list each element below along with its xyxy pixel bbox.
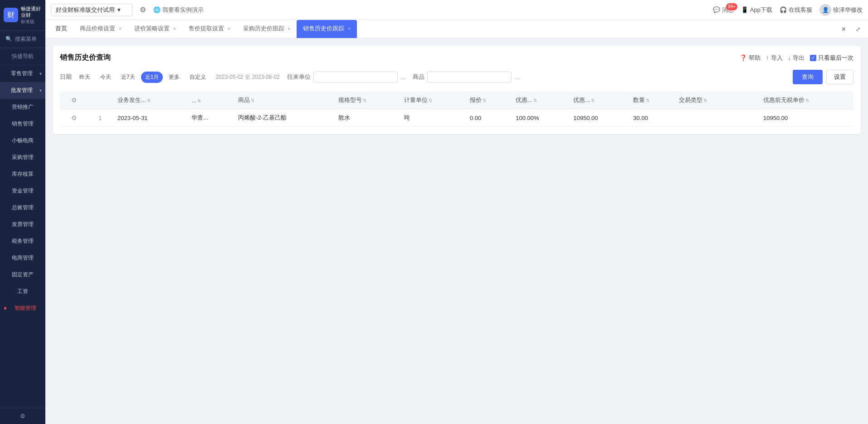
col-biz_date[interactable]: 业务发生...⇅ bbox=[112, 92, 186, 109]
checkbox-checked-icon: ✓ bbox=[810, 55, 816, 61]
sidebar-item-label: 批发管理 bbox=[4, 87, 39, 94]
version-selector[interactable]: 好业财标准版交付试用 ▾ bbox=[51, 4, 132, 16]
col-price[interactable]: 报价⇅ bbox=[464, 92, 510, 109]
sidebar-item-purchase[interactable]: 采购管理 bbox=[0, 149, 45, 166]
message-icon: 💬 bbox=[713, 6, 720, 13]
col-more[interactable]: ...⇅ bbox=[186, 92, 233, 109]
tab-product-price[interactable]: 商品价格设置× bbox=[73, 20, 128, 38]
help-button[interactable]: ❓ 帮助 bbox=[740, 54, 761, 62]
cell-biz_date: 2023-05-31 bbox=[112, 109, 186, 127]
sidebar-item-invoice[interactable]: 发票管理 bbox=[0, 216, 45, 233]
row-settings-icon[interactable]: ⚙ bbox=[71, 114, 77, 121]
user-menu[interactable]: 👤 徐泽华修改 bbox=[819, 4, 863, 16]
tab-list: 首页商品价格设置×进价策略设置×售价提取设置×采购历史价跟踪×销售历史价跟踪× bbox=[49, 20, 357, 38]
sidebar-item-smart[interactable]: ●智能管理 bbox=[0, 300, 45, 317]
sidebar-item-label: 资金管理 bbox=[4, 187, 42, 195]
date-option-last1m[interactable]: 近1月 bbox=[141, 72, 163, 83]
only-last-checkbox[interactable]: ✓ 只看最后一次 bbox=[810, 54, 853, 62]
sidebar-item-label: 小畅电商 bbox=[4, 137, 42, 145]
table-head: ⚙业务发生...⇅...⇅商品⇅规格型号⇅计量单位⇅报价⇅优惠...⇅优惠...… bbox=[60, 92, 853, 109]
date-option-today[interactable]: 今天 bbox=[96, 72, 115, 83]
tab-label: 首页 bbox=[55, 24, 67, 33]
date-options: 昨天今天近7天近1月更多自定义 bbox=[75, 72, 210, 83]
page-content: 销售历史价查询 ❓ 帮助 ↑ 导入 ↓ 导出 ✓ bbox=[45, 39, 868, 424]
sort-icon: ⇅ bbox=[703, 98, 707, 103]
sidebar-item-retail[interactable]: 零售管理▾ bbox=[0, 65, 45, 82]
query-button[interactable]: 查询 bbox=[793, 70, 823, 84]
product-input[interactable] bbox=[427, 72, 512, 83]
export-button[interactable]: ↓ 导出 bbox=[788, 54, 805, 62]
date-option-more[interactable]: 更多 bbox=[165, 72, 184, 83]
expand-tab-button[interactable]: ⤢ bbox=[852, 23, 864, 35]
product-picker-icon[interactable]: ... bbox=[514, 73, 520, 81]
date-option-yesterday[interactable]: 昨天 bbox=[75, 72, 94, 83]
sidebar-item-label: 工资 bbox=[4, 288, 42, 295]
table-settings-icon[interactable]: ⚙ bbox=[71, 96, 77, 104]
sidebar-item-ecommerce-small[interactable]: 小畅电商 bbox=[0, 132, 45, 149]
sidebar-quicknav[interactable]: 快捷导航 bbox=[0, 48, 45, 65]
app-download-button[interactable]: 📱 App下载 bbox=[741, 6, 772, 14]
tab-home[interactable]: 首页 bbox=[49, 20, 73, 38]
cell-spacer bbox=[740, 109, 758, 127]
messages-button[interactable]: 💬 消息 99+ bbox=[713, 6, 734, 14]
from-unit-picker-icon[interactable]: ... bbox=[400, 73, 406, 81]
from-unit-input[interactable] bbox=[313, 72, 398, 83]
page-header: 销售历史价查询 ❓ 帮助 ↑ 导入 ↓ 导出 ✓ bbox=[60, 53, 853, 63]
online-service-button[interactable]: 🎧 在线客服 bbox=[780, 6, 812, 14]
demo-link[interactable]: 🌐 我要看实例演示 bbox=[153, 6, 204, 14]
table-row: ⚙12023-05-31华查...丙烯酸-2-乙基己酯散水吨0.00100.00… bbox=[60, 109, 853, 127]
sidebar-item-account[interactable]: 总账管理 bbox=[0, 199, 45, 216]
cell-quantity: 30.00 bbox=[628, 109, 673, 127]
cell-gear: ⚙ bbox=[60, 109, 88, 127]
col-trade_type[interactable]: 交易类型⇅ bbox=[673, 92, 739, 109]
sidebar-item-tax[interactable]: 税务管理 bbox=[0, 233, 45, 250]
sidebar: 财 畅捷通好业财 标准版 🔍 搜索菜单 快捷导航 零售管理▾批发管理▾营销推广销… bbox=[0, 0, 45, 424]
sidebar-item-ecommerce[interactable]: 电商管理 bbox=[0, 250, 45, 266]
topbar-right: 💬 消息 99+ 📱 App下载 🎧 在线客服 👤 徐泽华修改 bbox=[713, 4, 863, 16]
sidebar-item-label: 总账管理 bbox=[4, 204, 42, 212]
col-quantity[interactable]: 数量⇅ bbox=[628, 92, 673, 109]
sidebar-item-sales[interactable]: 销售管理 bbox=[0, 116, 45, 132]
col-product[interactable]: 商品⇅ bbox=[233, 92, 333, 109]
sidebar-search[interactable]: 🔍 搜索菜单 bbox=[0, 31, 45, 48]
settings-button[interactable]: 设置 bbox=[826, 70, 853, 84]
sidebar-item-finance[interactable]: 资金管理 bbox=[0, 183, 45, 199]
tab-label: 售价提取设置 bbox=[189, 24, 224, 33]
tab-purchase-strategy[interactable]: 进价策略设置× bbox=[128, 20, 182, 38]
topbar-settings-icon[interactable]: ⚙ bbox=[138, 4, 148, 16]
tab-close-icon[interactable]: × bbox=[119, 26, 122, 31]
col-spec[interactable]: 规格型号⇅ bbox=[333, 92, 399, 109]
date-option-last7[interactable]: 近7天 bbox=[117, 72, 139, 83]
col-discount_pct[interactable]: 优惠...⇅ bbox=[510, 92, 568, 109]
tab-close-icon[interactable]: × bbox=[228, 26, 230, 31]
date-filter-group: 日期 昨天今天近7天近1月更多自定义 2023-05-02 至 2023-06-… bbox=[60, 72, 280, 83]
sort-icon: ⇅ bbox=[147, 98, 151, 103]
tab-purchase-history[interactable]: 采购历史价跟踪× bbox=[237, 20, 297, 38]
tab-label: 进价策略设置 bbox=[134, 24, 170, 33]
avatar: 👤 bbox=[819, 4, 831, 16]
tab-sales-history[interactable]: 销售历史价跟踪× bbox=[297, 20, 357, 38]
sidebar-item-salary[interactable]: 工资 bbox=[0, 283, 45, 300]
tab-close-icon[interactable]: × bbox=[288, 26, 291, 31]
col-index bbox=[88, 92, 112, 109]
import-button[interactable]: ↑ 导入 bbox=[766, 54, 783, 62]
sidebar-menu: 零售管理▾批发管理▾营销推广销售管理小畅电商采购管理库存核算资金管理总账管理发票… bbox=[0, 65, 45, 317]
col-pretax_price[interactable]: 优惠前无税单价⇅ bbox=[758, 92, 853, 109]
tab-close-icon[interactable]: × bbox=[173, 26, 176, 31]
sidebar-item-assets[interactable]: 固定资产 bbox=[0, 266, 45, 283]
sidebar-settings[interactable]: ⚙ bbox=[0, 408, 45, 424]
cell-trade_type bbox=[673, 109, 739, 127]
cell-index: 1 bbox=[88, 109, 112, 127]
col-unit[interactable]: 计量单位⇅ bbox=[399, 92, 464, 109]
date-option-custom[interactable]: 自定义 bbox=[185, 72, 210, 83]
col-discount_amt[interactable]: 优惠...⇅ bbox=[568, 92, 628, 109]
close-tab-button[interactable]: ✕ bbox=[837, 23, 850, 35]
tab-sale-extract[interactable]: 售价提取设置× bbox=[182, 20, 237, 38]
tab-close-icon[interactable]: × bbox=[348, 26, 351, 31]
page-title: 销售历史价查询 bbox=[60, 53, 111, 63]
sort-icon: ⇅ bbox=[591, 98, 595, 103]
sidebar-item-label: 采购管理 bbox=[4, 154, 42, 161]
sidebar-item-marketing[interactable]: 营销推广 bbox=[0, 99, 45, 116]
sidebar-item-wholesale[interactable]: 批发管理▾ bbox=[0, 82, 45, 99]
sidebar-item-inventory[interactable]: 库存核算 bbox=[0, 166, 45, 183]
